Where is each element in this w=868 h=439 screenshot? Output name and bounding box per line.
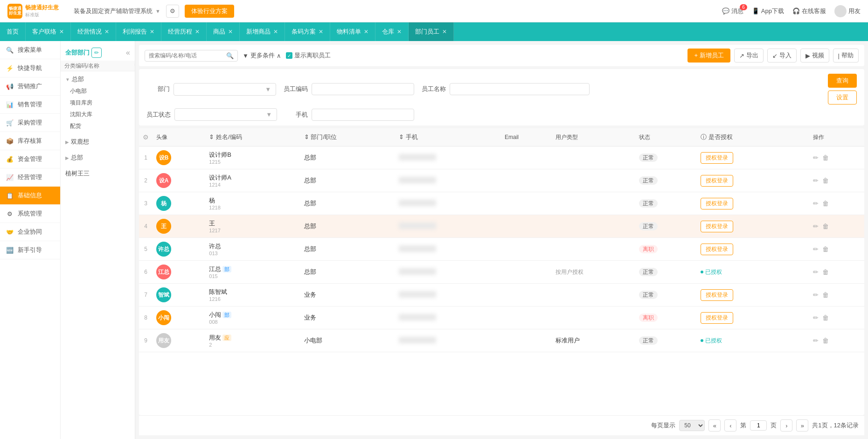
- nav-item-warehouse[interactable]: 仓库 ✕: [375, 22, 409, 41]
- export-button[interactable]: ↗ 导出: [734, 49, 764, 63]
- edit-icon[interactable]: ✏: [813, 245, 819, 253]
- nav-close-profit[interactable]: ✕: [150, 28, 154, 35]
- dept-group-shuang-header[interactable]: ▶ 双鹿想: [61, 136, 135, 148]
- nav-close-goods[interactable]: ✕: [228, 28, 233, 35]
- edit-icon[interactable]: ✏: [813, 177, 819, 184]
- dept-child-xiaodian[interactable]: 小电部: [61, 85, 135, 97]
- more-filters-button[interactable]: ▼ 更多条件 ∧: [243, 51, 281, 60]
- nav-item-barcode[interactable]: 条码方案 ✕: [285, 22, 330, 41]
- edit-icon[interactable]: ✏: [813, 337, 819, 344]
- import-button[interactable]: ↙ 导入: [767, 49, 797, 63]
- dept-collapse-button[interactable]: «: [126, 49, 130, 57]
- delete-icon[interactable]: 🗑: [822, 223, 829, 230]
- nav-close-journey[interactable]: ✕: [195, 28, 200, 35]
- nav-item-bom[interactable]: 物料清单 ✕: [330, 22, 375, 41]
- nav-item-profit[interactable]: 利润报告 ✕: [116, 22, 161, 41]
- dept-group-general-header[interactable]: ▼ 总部: [61, 73, 135, 85]
- last-page-button[interactable]: »: [796, 419, 808, 432]
- settings-button[interactable]: ⚙: [166, 5, 179, 18]
- query-button[interactable]: 查询: [828, 74, 857, 88]
- nav-item-goods[interactable]: 商品 ✕: [207, 22, 240, 41]
- first-page-button[interactable]: «: [708, 419, 721, 432]
- set-button[interactable]: 设置: [828, 91, 857, 105]
- delete-icon[interactable]: 🗑: [822, 177, 829, 184]
- delete-icon[interactable]: 🗑: [822, 337, 829, 344]
- left-nav-marketing[interactable]: 📢 营销推广: [0, 77, 60, 96]
- delete-icon[interactable]: 🗑: [822, 268, 829, 276]
- per-page-select[interactable]: 50 100 200: [679, 420, 705, 431]
- page-number-input[interactable]: [750, 420, 767, 431]
- edit-icon[interactable]: ✏: [813, 268, 819, 276]
- help-button[interactable]: | 帮助: [833, 49, 859, 63]
- nav-item-customer[interactable]: 客户联络 ✕: [26, 22, 71, 41]
- dept-group-planting-header[interactable]: 植树王三: [61, 167, 135, 180]
- show-resigned-toggle[interactable]: ✓ 显示离职员工: [286, 51, 331, 60]
- dept-edit-button[interactable]: ✏: [91, 48, 102, 58]
- left-nav-collab[interactable]: 🤝 企业协同: [0, 223, 60, 241]
- nav-item-home[interactable]: 首页: [0, 22, 26, 41]
- edit-icon[interactable]: ✏: [813, 200, 819, 207]
- delete-icon[interactable]: 🗑: [822, 200, 829, 207]
- filter-empname-input[interactable]: [450, 83, 590, 95]
- auth-login-button[interactable]: 授权登录: [701, 175, 733, 187]
- filter-status-select[interactable]: ▼: [174, 108, 277, 121]
- nav-item-newgoods[interactable]: 新增商品 ✕: [240, 22, 285, 41]
- auth-login-button[interactable]: 授权登录: [701, 221, 733, 232]
- left-nav-quicknav[interactable]: ⚡ 快捷导航: [0, 59, 60, 77]
- trial-button[interactable]: 体验行业方案: [185, 5, 234, 18]
- left-nav-newbie[interactable]: 🆕 新手引导: [0, 241, 60, 259]
- auth-login-button[interactable]: 授权登录: [701, 152, 733, 164]
- edit-icon[interactable]: ✏: [813, 223, 819, 230]
- search-input[interactable]: [149, 52, 223, 59]
- auth-login-button[interactable]: 授权登录: [701, 244, 733, 255]
- view-button[interactable]: ▶ 视频: [800, 49, 829, 63]
- left-nav-sales[interactable]: 📊 销售管理: [0, 96, 60, 114]
- nav-item-journey[interactable]: 经营历程 ✕: [161, 22, 207, 41]
- add-employee-button[interactable]: + 新增员工: [687, 49, 730, 63]
- nav-close-newgoods[interactable]: ✕: [273, 28, 278, 35]
- system-dropdown-arrow[interactable]: ▼: [155, 8, 160, 14]
- nav-item-dept[interactable]: 部门员工 ✕: [409, 22, 454, 41]
- next-page-button[interactable]: ›: [780, 419, 792, 432]
- app-download-button[interactable]: 📱 App下载: [752, 7, 784, 15]
- edit-icon[interactable]: ✏: [813, 154, 819, 161]
- left-nav-inventory[interactable]: 📦 库存核算: [0, 132, 60, 150]
- dept-all-label[interactable]: 全部部门: [65, 49, 90, 57]
- search-icon[interactable]: 🔍: [226, 52, 234, 59]
- edit-icon[interactable]: ✏: [813, 314, 819, 321]
- filter-empcode-input[interactable]: [312, 83, 414, 95]
- nav-close-warehouse[interactable]: ✕: [397, 28, 402, 35]
- message-button[interactable]: 💬 消息 6: [722, 7, 743, 15]
- edit-icon[interactable]: ✏: [813, 291, 819, 299]
- nav-item-business[interactable]: 经营情况 ✕: [71, 22, 116, 41]
- delete-icon[interactable]: 🗑: [822, 291, 829, 299]
- left-nav-system[interactable]: ⚙ 系统管理: [0, 205, 60, 223]
- table-settings-icon[interactable]: ⚙: [143, 133, 149, 141]
- prev-page-button[interactable]: ‹: [724, 419, 736, 432]
- dept-child-peihuo[interactable]: 配货: [61, 120, 135, 132]
- filter-dept-select[interactable]: ▼: [174, 83, 276, 96]
- left-nav-operation[interactable]: 📈 经营管理: [0, 168, 60, 187]
- online-service-button[interactable]: 🎧 在线客服: [792, 7, 826, 15]
- delete-icon[interactable]: 🗑: [822, 154, 829, 161]
- delete-icon[interactable]: 🗑: [822, 245, 829, 253]
- dept-child-shenyang[interactable]: 沈阳大库: [61, 109, 135, 120]
- filter-phone-input[interactable]: [312, 109, 414, 121]
- dept-child-project[interactable]: 项目库房: [61, 97, 135, 109]
- auth-login-button[interactable]: 授权登录: [701, 198, 733, 209]
- show-resigned-checkbox[interactable]: ✓: [286, 52, 292, 59]
- dept-group-zongbu-header[interactable]: ▶ 总部: [61, 152, 135, 164]
- auth-login-button[interactable]: 授权登录: [701, 289, 733, 301]
- nav-close-bom[interactable]: ✕: [364, 28, 368, 35]
- auth-login-button[interactable]: 授权登录: [701, 312, 733, 324]
- dept-search-input[interactable]: [64, 63, 134, 69]
- nav-close-dept[interactable]: ✕: [442, 28, 447, 35]
- nav-close-business[interactable]: ✕: [104, 28, 109, 35]
- user-menu[interactable]: 用友: [834, 5, 861, 17]
- delete-icon[interactable]: 🗑: [822, 314, 829, 321]
- nav-close-customer[interactable]: ✕: [59, 28, 64, 35]
- left-nav-finance[interactable]: 💰 资金管理: [0, 150, 60, 168]
- nav-close-barcode[interactable]: ✕: [319, 28, 323, 35]
- left-nav-search[interactable]: 🔍 搜索菜单: [0, 41, 60, 59]
- left-nav-purchase[interactable]: 🛒 采购管理: [0, 114, 60, 132]
